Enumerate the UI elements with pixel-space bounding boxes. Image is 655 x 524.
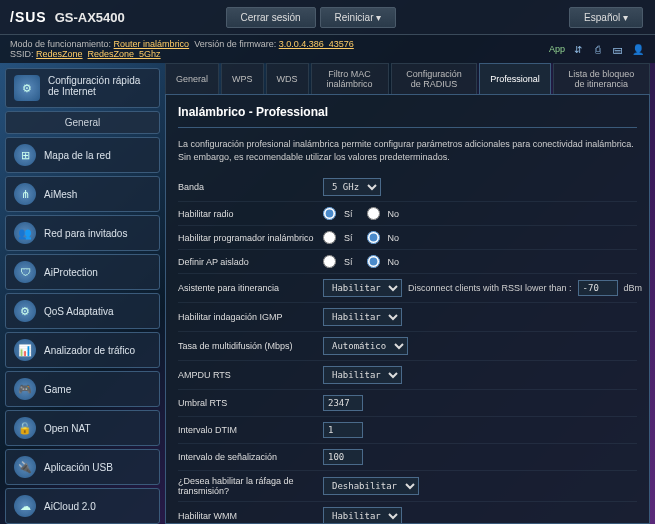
nav-icon: ⊞ <box>14 144 36 166</box>
tab-wps[interactable]: WPS <box>221 63 264 94</box>
nav-icon: ⚙ <box>14 300 36 322</box>
tab-professional[interactable]: Professional <box>479 63 551 94</box>
mode-link[interactable]: Router inalámbrico <box>114 39 190 49</box>
nav-icon: ☁ <box>14 495 36 517</box>
reboot-button[interactable]: Reiniciar <box>320 7 397 28</box>
ssid-2[interactable]: RedesZone_5Ghz <box>88 49 161 59</box>
sidebar-item-label: Aplicación USB <box>44 462 113 473</box>
panel-description: La configuración profesional inalámbrica… <box>178 138 637 163</box>
beacon-input[interactable] <box>323 449 363 465</box>
enable-radio-no[interactable] <box>367 207 380 220</box>
dtim-label: Intervalo DTIM <box>178 425 323 435</box>
sched-label: Habilitar programador inalámbrico <box>178 233 323 243</box>
sidebar-item-analizador-de-tráfico[interactable]: 📊Analizador de tráfico <box>5 332 160 368</box>
settings-panel: Inalámbrico - Professional La configurac… <box>165 94 650 524</box>
sidebar-item-label: Open NAT <box>44 423 91 434</box>
sidebar-item-aplicación-usb[interactable]: 🔌Aplicación USB <box>5 449 160 485</box>
sidebar-item-label: Game <box>44 384 71 395</box>
rts-thresh-label: Umbral RTS <box>178 398 323 408</box>
sidebar-item-aimesh[interactable]: ⋔AiMesh <box>5 176 160 212</box>
dtim-input[interactable] <box>323 422 363 438</box>
firmware-link[interactable]: 3.0.0.4.386_43576 <box>279 39 354 49</box>
sidebar-item-open-nat[interactable]: 🔓Open NAT <box>5 410 160 446</box>
rssi-input[interactable] <box>578 280 618 296</box>
quick-setup-label: Configuración rápida de Internet <box>48 75 151 97</box>
nav-icon: ⋔ <box>14 183 36 205</box>
nav-icon: 🎮 <box>14 378 36 400</box>
ap-isolated-label: Definir AP aislado <box>178 257 323 267</box>
model-name: GS-AX5400 <box>55 10 224 25</box>
client-icon[interactable]: 👤 <box>631 42 645 56</box>
sidebar-item-qos-adaptativa[interactable]: ⚙QoS Adaptativa <box>5 293 160 329</box>
sidebar-item-aicloud-2.0[interactable]: ☁AiCloud 2.0 <box>5 488 160 524</box>
ap-yes[interactable] <box>323 255 336 268</box>
nav-icon: 🛡 <box>14 261 36 283</box>
sidebar-item-label: AiMesh <box>44 189 77 200</box>
language-select[interactable]: Español <box>569 7 643 28</box>
txburst-select[interactable]: Deshabilitar <box>323 477 419 495</box>
sidebar-item-game[interactable]: 🎮Game <box>5 371 160 407</box>
brand-logo: /SUS <box>10 9 47 25</box>
quick-setup[interactable]: ⚙ Configuración rápida de Internet <box>5 68 160 108</box>
main-content: GeneralWPSWDSFiltro MAC inalámbricoConfi… <box>165 63 655 524</box>
nav-icon: 📊 <box>14 339 36 361</box>
info-bar: Modo de funcionamiento: Router inalámbri… <box>0 35 655 63</box>
tab-configuración-de-radius[interactable]: Configuración de RADIUS <box>391 63 477 94</box>
beacon-label: Intervalo de señalización <box>178 452 323 462</box>
sidebar-item-label: Mapa de la red <box>44 150 111 161</box>
tab-wds[interactable]: WDS <box>266 63 309 94</box>
enable-radio-label: Habilitar radio <box>178 209 323 219</box>
sched-no[interactable] <box>367 231 380 244</box>
firmware-label: Versión de firmware: <box>194 39 276 49</box>
ssid-label: SSID: <box>10 49 34 59</box>
ssid-1[interactable]: RedesZone <box>36 49 83 59</box>
tab-general[interactable]: General <box>165 63 219 94</box>
wifi-icon[interactable]: ⇵ <box>571 42 585 56</box>
tab-bar: GeneralWPSWDSFiltro MAC inalámbricoConfi… <box>165 63 650 94</box>
usb-icon[interactable]: 🖴 <box>611 42 625 56</box>
top-bar: /SUS GS-AX5400 Cerrar sesión Reiniciar E… <box>0 0 655 35</box>
tab-lista-de-bloqueo-de-itinerancia[interactable]: Lista de bloqueo de itinerancia <box>553 63 650 94</box>
general-header: General <box>5 111 160 134</box>
txburst-label: ¿Desea habilitar la ráfaga de transmisió… <box>178 476 323 496</box>
sidebar-item-label: AiCloud 2.0 <box>44 501 96 512</box>
tab-filtro-mac-inalámbrico[interactable]: Filtro MAC inalámbrico <box>311 63 389 94</box>
roaming-label: Asistente para itinerancia <box>178 283 323 293</box>
sched-yes[interactable] <box>323 231 336 244</box>
sidebar-item-mapa-de-la-red[interactable]: ⊞Mapa de la red <box>5 137 160 173</box>
sidebar-item-label: Red para invitados <box>44 228 127 239</box>
band-select[interactable]: 5 GHz <box>323 178 381 196</box>
sidebar-item-aiprotection[interactable]: 🛡AiProtection <box>5 254 160 290</box>
panel-title: Inalámbrico - Professional <box>178 105 637 119</box>
sidebar-item-label: Analizador de tráfico <box>44 345 135 356</box>
nav-icon: 🔓 <box>14 417 36 439</box>
roaming-select[interactable]: Habilitar <box>323 279 402 297</box>
mode-label: Modo de funcionamiento: <box>10 39 111 49</box>
sidebar: ⚙ Configuración rápida de Internet Gener… <box>0 63 165 524</box>
sidebar-item-label: AiProtection <box>44 267 98 278</box>
ampdu-rts-select[interactable]: Habilitar <box>323 366 402 384</box>
sidebar-item-label: QoS Adaptativa <box>44 306 114 317</box>
wmm-label: Habilitar WMM <box>178 511 323 521</box>
ap-no[interactable] <box>367 255 380 268</box>
logout-button[interactable]: Cerrar sesión <box>226 7 316 28</box>
ampdu-rts-label: AMPDU RTS <box>178 370 323 380</box>
app-link[interactable]: App <box>549 44 565 54</box>
igmp-label: Habilitar indagación IGMP <box>178 312 323 322</box>
print-icon[interactable]: ⎙ <box>591 42 605 56</box>
mcast-label: Tasa de multidifusión (Mbps) <box>178 341 323 351</box>
sidebar-item-red-para-invitados[interactable]: 👥Red para invitados <box>5 215 160 251</box>
wmm-select[interactable]: Habilitar <box>323 507 402 524</box>
nav-icon: 👥 <box>14 222 36 244</box>
band-label: Banda <box>178 182 323 192</box>
nav-icon: 🔌 <box>14 456 36 478</box>
rts-input[interactable] <box>323 395 363 411</box>
gear-icon: ⚙ <box>14 75 40 101</box>
igmp-select[interactable]: Habilitar <box>323 308 402 326</box>
enable-radio-yes[interactable] <box>323 207 336 220</box>
mcast-select[interactable]: Automático <box>323 337 408 355</box>
